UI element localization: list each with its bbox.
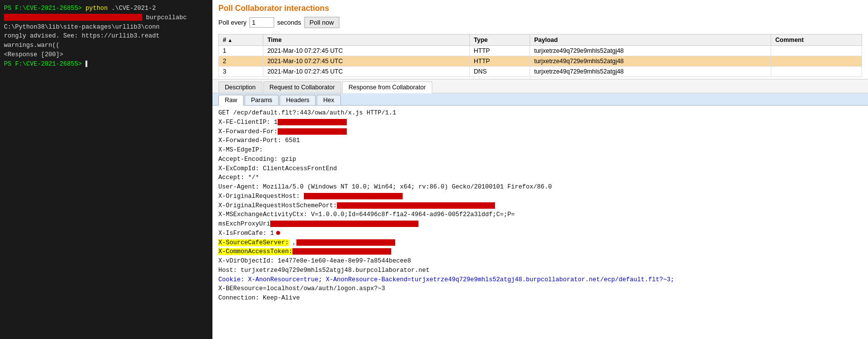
content-line-5: X-MS-EdgeIP: [218,146,862,155]
cell-time: 2021-Mar-10 07:27:45 UTC [263,67,470,77]
tab-raw[interactable]: Raw [218,95,244,106]
table-row[interactable]: 22021-Mar-10 07:27:45 UTCHTTPturjxetrze4… [219,56,862,67]
poll-section: Poll Collaborator interactions Poll ever… [212,0,868,34]
content-line-12: X-MSExchangeActivityCtx: V=1.0.0.0;Id=64… [218,210,862,220]
cell-type: HTTP [470,46,530,56]
term-line-6: <Response [200]> [4,50,208,60]
tab-response-from-collaborator[interactable]: Response from Collaborator [342,81,432,93]
tab-hex[interactable]: Hex [317,95,340,105]
table-row[interactable]: 12021-Mar-10 07:27:45 UTCHTTPturjxetrze4… [219,46,862,56]
term-line-1: PS F:\CVE-2021-26855> python .\CVE-2021-… [4,4,208,13]
term-line-5: warnings.warn(( [4,41,208,50]
cell-comment [771,56,862,67]
table-header-row: # Time Type Payload Comment [219,35,862,46]
content-line-19: Cookie: X-AnonResource=true; X-AnonResou… [218,275,862,285]
poll-now-button[interactable]: Poll now [304,17,339,28]
poll-seconds-label: seconds [277,19,301,26]
content-line-6: Accept-Encoding: gzip [218,155,862,164]
col-header-payload[interactable]: Payload [530,35,771,46]
redact-proxy-uri [270,221,418,227]
content-line-21: Connection: Keep-Alive [218,294,862,303]
content-line-3: X-Forwarded-For: [218,127,862,137]
red-dot-indicator [276,231,280,235]
outer-tabs: Description Request to Collaborator Resp… [212,79,868,93]
content-line-9: User-Agent: Mozilla/5.0 (Windows NT 10.0… [218,183,862,192]
inner-tabs: Raw Params Headers Hex [212,93,868,106]
redact-forwarded-for [278,128,347,135]
term-line-2: burpcollabc [4,13,208,23]
content-line-7: X-ExCompId: ClientAccessFrontEnd [218,164,862,174]
col-header-id[interactable]: # [219,35,263,46]
table-body: 12021-Mar-10 07:27:45 UTCHTTPturjxetrze4… [219,46,862,77]
redact-orig-host [304,193,403,199]
cell-time: 2021-Mar-10 07:27:45 UTC [263,46,470,56]
cell-id: 1 [219,46,263,56]
interactions-table: # Time Type Payload Comment 12021-Mar-10… [218,34,862,77]
poll-controls: Poll every seconds Poll now [218,17,862,28]
content-line-4: X-Forwarded-Port: 6581 [218,136,862,146]
cell-id: 2 [219,56,263,67]
poll-every-label: Poll every [218,19,247,26]
col-header-type[interactable]: Type [470,35,530,46]
content-line-17: X-vDirObjectId: 1e477e8e-1e60-4eae-8e99-… [218,257,862,266]
cell-payload: turjxetrze49q729e9mhls52atgj48 [530,67,771,77]
term-line-7: PS F:\CVE-2021-26855> ▌ [4,60,208,69]
tab-request-to-collaborator[interactable]: Request to Collaborator [263,81,341,93]
cell-type: HTTP [470,56,530,67]
term-line-3: C:\Python38\lib\site-packages\urllib3\co… [4,23,208,32]
redact-access-token [292,248,391,255]
content-line-15: X-SourceCafeServer: , [218,238,862,248]
col-header-time[interactable]: Time [263,35,470,46]
term-prompt-text: PS F:\CVE-2021-26855> [4,5,82,12]
cell-comment [771,46,862,56]
poll-title: Poll Collaborator interactions [218,4,862,13]
content-line-11: X-OriginalRequestHostSchemePort: [218,201,862,211]
poll-interval-input[interactable] [249,17,274,28]
content-line-16: X-CommonAccessToken: [218,247,862,257]
table-row[interactable]: 32021-Mar-10 07:27:45 UTCDNSturjxetrze49… [219,67,862,77]
tab-headers[interactable]: Headers [280,95,316,105]
cell-payload: turjxetrze49q729e9mhls52atgj48 [530,46,771,56]
tab-description[interactable]: Description [218,81,262,93]
redacted-url [4,14,142,21]
redact-fe-clientip [278,119,347,125]
content-line-20: X-BEResource=localhost/owa/auth/logon.as… [218,284,862,294]
term-line-4: rongly advised. See: https://urllib3.rea… [4,32,208,41]
content-line-18: Host: turjxetrze49q729e9mhls52atgj48.bur… [218,266,862,275]
col-header-comment[interactable]: Comment [771,35,862,46]
cell-comment [771,67,862,77]
cell-payload: turjxetrze49q729e9mhls52atgj48 [530,56,771,67]
content-line-13: msExchProxyUri [218,220,862,229]
cell-time: 2021-Mar-10 07:27:45 UTC [263,56,470,67]
redact-cafe-server [296,239,395,246]
content-line-8: Accept: */* [218,173,862,183]
tab-params[interactable]: Params [245,95,279,105]
content-line-14: X-IsFromCafe: 1 [218,229,862,238]
terminal-panel: PS F:\CVE-2021-26855> python .\CVE-2021-… [0,0,212,339]
cell-id: 3 [219,67,263,77]
content-line-1: GET /ecp/default.flt?:443/owa/auth/x.js … [218,109,862,118]
redact-scheme-port [337,202,495,209]
content-line-10: X-OriginalRequestHost: [218,192,862,201]
right-panel: Poll Collaborator interactions Poll ever… [212,0,868,339]
cell-type: DNS [470,67,530,77]
detail-section: Description Request to Collaborator Resp… [212,79,868,339]
content-line-2: X-FE-ClientIP: 1 [218,118,862,127]
content-area: GET /ecp/default.flt?:443/owa/auth/x.js … [212,106,868,339]
